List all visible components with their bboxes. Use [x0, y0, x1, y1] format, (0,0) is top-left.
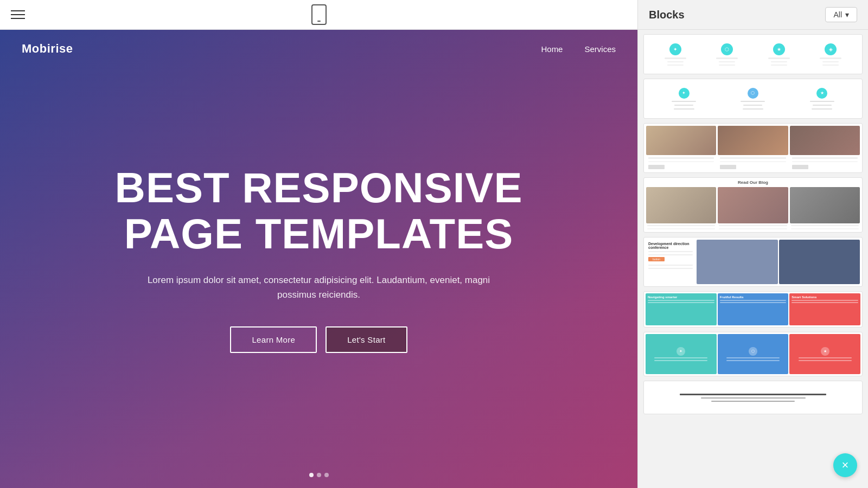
- b8-subtitle: [701, 397, 806, 399]
- b5-line-2: [648, 254, 693, 255]
- b6-col-1: Navigating smarter: [646, 293, 717, 325]
- b7-line-3: [726, 357, 780, 358]
- b2-line-2: [674, 105, 693, 106]
- b3-text-3: [792, 161, 858, 162]
- b6-line-4: [720, 302, 787, 303]
- hero-subtitle: Lorem ipsum dolor sit amet, consectetur …: [129, 273, 509, 302]
- b4-img-3: [790, 187, 860, 223]
- b6-title-3: Smart Solutions: [792, 296, 858, 299]
- block-preview-8: [644, 381, 862, 414]
- b1-text-line-2: [667, 65, 684, 66]
- hero-section: Mobirise Home Services BEST RESPONSIVE P…: [0, 30, 637, 488]
- b7-col-3: ★: [789, 334, 860, 374]
- b3-image-2: [718, 126, 788, 155]
- b2-line-5: [743, 105, 762, 106]
- blocks-sidebar: Blocks All ▾ ✦ ⬡: [637, 0, 868, 488]
- hamburger-menu[interactable]: [11, 10, 25, 19]
- b6-col-3: Smart Solutions: [789, 293, 860, 325]
- b6-title-2: Fruitful Results: [720, 296, 787, 299]
- b6-title-1: Navigating smarter: [648, 296, 714, 299]
- block-preview-3: [644, 124, 862, 172]
- block-thumbnail-8[interactable]: [643, 381, 863, 414]
- learn-more-button[interactable]: Learn More: [230, 326, 317, 353]
- block-thumbnail-1[interactable]: ✦ ⬡ ★ ◈: [643, 34, 863, 74]
- b4-img-1: [646, 187, 716, 223]
- b1-text-line-5: [771, 61, 787, 62]
- b7-line-4: [726, 360, 780, 361]
- sidebar-header: Blocks All ▾: [638, 0, 868, 30]
- b7-col-1: ✦: [646, 334, 717, 374]
- block-thumbnail-4[interactable]: Read Our Blog: [643, 177, 863, 233]
- b8-headline: [680, 394, 826, 395]
- b7-line-6: [799, 360, 852, 361]
- block-preview-1: ✦ ⬡ ★ ◈: [644, 35, 862, 74]
- b1-title-line: [665, 57, 686, 59]
- mobile-preview-icon[interactable]: [311, 4, 327, 25]
- b1-text-line-6: [771, 65, 787, 66]
- editor-panel: Mobirise Home Services BEST RESPONSIVE P…: [0, 0, 637, 488]
- hero-title: BEST RESPONSIVE PAGE TEMPLATES: [115, 165, 523, 258]
- b1-col-4: ◈: [820, 43, 841, 66]
- b2-icon-2: ⬡: [748, 88, 758, 99]
- filter-label: All: [833, 10, 842, 19]
- block-thumbnail-6[interactable]: Navigating smarter Fruitful Results Smar…: [643, 291, 863, 328]
- b2-line-1: [672, 101, 696, 102]
- b2-col-2: ⬡: [741, 88, 765, 110]
- close-button[interactable]: ×: [833, 453, 857, 477]
- b1-text-line-8: [822, 65, 839, 66]
- block-thumbnail-2[interactable]: ✦ ⬡ ★: [643, 79, 863, 119]
- b3-col-1: [646, 126, 716, 170]
- filter-dropdown[interactable]: All ▾: [825, 7, 857, 22]
- b2-col-3: ★: [810, 88, 834, 110]
- toolbar: [0, 0, 637, 30]
- b3-text-1: [648, 161, 714, 162]
- block-thumbnail-3[interactable]: [643, 123, 863, 173]
- dot-1[interactable]: [309, 473, 314, 477]
- blog-cols: [646, 187, 860, 230]
- b3-title-1: [648, 157, 714, 159]
- b1-text-line: [667, 61, 684, 62]
- b2-col-1: ✦: [672, 88, 696, 110]
- b1-text-line-7: [822, 61, 839, 62]
- b4-line-4: [719, 228, 787, 229]
- b2-line-3: [674, 108, 694, 110]
- b1-col-1: ✦: [665, 43, 686, 66]
- b1-col-3: ★: [768, 43, 790, 66]
- carousel-dots: [309, 473, 329, 477]
- b7-icon-2: ⬡: [749, 347, 757, 356]
- b5-img-1: [697, 240, 778, 284]
- block-preview-7: ✦ ⬡ ★: [644, 332, 862, 376]
- b4-line-2: [647, 228, 715, 229]
- b7-line-2: [654, 360, 707, 361]
- b3-col-2: [718, 126, 788, 170]
- block-preview-5: Development direction conference button: [644, 237, 862, 286]
- b5-badge: button: [648, 257, 665, 261]
- b2-line-7: [810, 101, 834, 102]
- sidebar-title: Blocks: [649, 9, 685, 21]
- b5-left-panel: Development direction conference button: [646, 240, 695, 284]
- b3-btn-3: [792, 165, 808, 169]
- dot-3[interactable]: [324, 473, 329, 477]
- b6-line-1: [648, 300, 714, 301]
- nav-link-home[interactable]: Home: [541, 44, 563, 54]
- block-thumbnail-7[interactable]: ✦ ⬡ ★: [643, 332, 863, 376]
- b4-col-1: [646, 187, 716, 230]
- dot-2[interactable]: [317, 473, 321, 477]
- b3-image-1: [646, 126, 716, 155]
- hero-content: BEST RESPONSIVE PAGE TEMPLATES Lorem ips…: [0, 30, 637, 488]
- b3-image-3: [790, 126, 860, 155]
- block-thumbnail-5[interactable]: Development direction conference button: [643, 237, 863, 287]
- lets-start-button[interactable]: Let's Start: [326, 326, 407, 353]
- b2-icon-1: ✦: [679, 88, 690, 99]
- b4-line-6: [791, 228, 859, 229]
- b4-col-2: [718, 187, 788, 230]
- b2-line-9: [812, 108, 832, 110]
- blocks-list[interactable]: ✦ ⬡ ★ ◈: [638, 30, 868, 488]
- b5-right-panel: [697, 240, 860, 284]
- nav-link-services[interactable]: Services: [584, 44, 616, 54]
- b1-text-line-3: [719, 61, 735, 62]
- b3-text-2: [720, 161, 786, 162]
- b7-col-2: ⬡: [718, 334, 789, 374]
- b5-img-2: [779, 240, 860, 284]
- b1-title-line-2: [716, 57, 738, 59]
